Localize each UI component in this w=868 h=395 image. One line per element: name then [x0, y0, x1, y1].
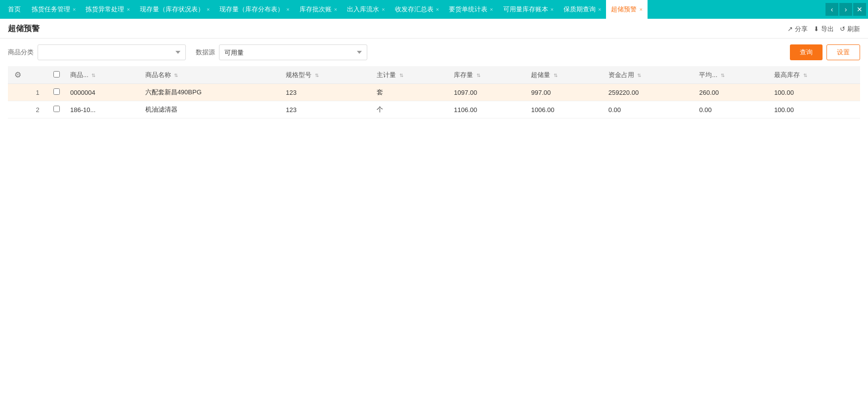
datasource-filter-select[interactable]: 可用量	[219, 44, 367, 60]
col-header-unit[interactable]: 主计量 ⇅	[372, 66, 449, 84]
table-row: 2 186-10... 机油滤清器 123 个 1106.00 1006.00 …	[8, 101, 860, 118]
nav-tab-close-6[interactable]: ×	[436, 6, 439, 12]
category-filter-select[interactable]	[38, 44, 186, 60]
row-spec-1: 123	[281, 101, 372, 118]
row-unit-0: 套	[372, 84, 449, 101]
row-overstock-0: 997.00	[526, 84, 603, 101]
nav-tab-close-4[interactable]: ×	[334, 6, 337, 12]
export-button[interactable]: ⬇ 导出	[814, 25, 834, 34]
row-capital-1: 0.00	[604, 101, 694, 118]
col-header-capital[interactable]: 资金占用 ⇅	[604, 66, 694, 84]
nav-tab-7[interactable]: 要货单统计表 ×	[444, 0, 498, 19]
nav-arrow-group: ‹ › ✕	[825, 3, 866, 16]
row-spec-0: 123	[281, 84, 372, 101]
sort-icon-overstock: ⇅	[554, 73, 558, 78]
nav-tab-8[interactable]: 可用量库存账本 ×	[498, 0, 559, 19]
row-select-checkbox-0[interactable]	[53, 88, 60, 95]
filter-actions: 查询 设置	[790, 44, 860, 60]
row-settings-1	[8, 101, 28, 118]
share-button[interactable]: ↗ 分享	[787, 25, 808, 34]
nav-tab-close-1[interactable]: ×	[127, 6, 130, 12]
category-filter-group: 商品分类	[8, 44, 186, 60]
nav-tab-close-7[interactable]: ×	[490, 6, 493, 12]
sort-icon-avg: ⇅	[721, 73, 725, 78]
col-header-spec[interactable]: 规格型号 ⇅	[281, 66, 372, 84]
sort-icon-stock: ⇅	[477, 73, 480, 78]
data-table: ⚙ 商品... ⇅ 商品名称 ⇅ 规格型号 ⇅	[8, 66, 860, 118]
row-stock-1: 1106.00	[449, 101, 526, 118]
nav-arrow-left[interactable]: ‹	[825, 3, 838, 16]
col-header-maxstock[interactable]: 最高库存 ⇅	[769, 66, 860, 84]
nav-arrow-close[interactable]: ✕	[853, 3, 866, 16]
col-header-no	[28, 66, 47, 84]
page-title: 超储预警	[8, 24, 40, 34]
sort-icon-capital: ⇅	[637, 73, 641, 78]
row-avg-1: 0.00	[694, 101, 769, 118]
row-no-1: 2	[28, 101, 47, 118]
row-name-1: 机油滤清器	[140, 101, 281, 118]
nav-home[interactable]: 首页	[2, 5, 27, 14]
nav-tab-close-2[interactable]: ×	[207, 6, 210, 12]
col-header-stock[interactable]: 库存量 ⇅	[449, 66, 526, 84]
row-avg-0: 260.00	[694, 84, 769, 101]
col-header-name[interactable]: 商品名称 ⇅	[140, 66, 281, 84]
row-name-0: 六配套新昌490BPG	[140, 84, 281, 101]
row-checkbox-1[interactable]	[47, 101, 65, 118]
page-header: 超储预警 ↗ 分享 ⬇ 导出 ↺ 刷新	[0, 19, 868, 39]
row-unit-1: 个	[372, 101, 449, 118]
row-overstock-1: 1006.00	[526, 101, 603, 118]
query-button[interactable]: 查询	[790, 44, 823, 60]
row-maxstock-0: 100.00	[769, 84, 860, 101]
nav-tab-10[interactable]: 超储预警 ×	[606, 0, 647, 19]
sort-icon-name: ⇅	[174, 73, 178, 78]
row-code-1: 186-10...	[65, 101, 140, 118]
row-checkbox-0[interactable]	[47, 84, 65, 101]
col-header-overstock[interactable]: 超储量 ⇅	[526, 66, 603, 84]
nav-tab-4[interactable]: 库存批次账 ×	[295, 0, 342, 19]
row-capital-0: 259220.00	[604, 84, 694, 101]
row-maxstock-1: 100.00	[769, 101, 860, 118]
nav-arrow-right[interactable]: ›	[839, 3, 852, 16]
sort-icon-maxstock: ⇅	[803, 73, 807, 78]
data-table-wrapper: ⚙ 商品... ⇅ 商品名称 ⇅ 规格型号 ⇅	[0, 66, 868, 118]
category-filter-label: 商品分类	[8, 48, 34, 57]
sort-icon-unit: ⇅	[399, 73, 403, 78]
nav-tab-2[interactable]: 现存量（库存状况表） ×	[135, 0, 215, 19]
table-row: 1 0000004 六配套新昌490BPG 123 套 1097.00 997.…	[8, 84, 860, 101]
row-select-checkbox-1[interactable]	[53, 106, 60, 112]
nav-tab-0[interactable]: 拣货任务管理 ×	[27, 0, 81, 19]
share-icon: ↗	[787, 25, 793, 33]
sort-icon-spec: ⇅	[315, 73, 319, 78]
table-header-row: ⚙ 商品... ⇅ 商品名称 ⇅ 规格型号 ⇅	[8, 66, 860, 84]
nav-tab-3[interactable]: 现存量（库存分布表） ×	[215, 0, 294, 19]
nav-tab-close-10[interactable]: ×	[639, 6, 642, 12]
settings-gear-icon[interactable]: ⚙	[14, 71, 21, 79]
nav-tab-close-9[interactable]: ×	[598, 6, 601, 12]
refresh-icon: ↺	[840, 25, 845, 33]
top-navigation: 首页 拣货任务管理 × 拣货异常处理 × 现存量（库存状况表） × 现存量（库存…	[0, 0, 868, 19]
nav-tab-close-5[interactable]: ×	[382, 6, 385, 12]
settings-button[interactable]: 设置	[826, 44, 860, 60]
row-code-0: 0000004	[65, 84, 140, 101]
refresh-button[interactable]: ↺ 刷新	[840, 25, 860, 34]
col-header-checkbox[interactable]	[47, 66, 65, 84]
nav-tab-5[interactable]: 出入库流水 ×	[342, 0, 390, 19]
datasource-filter-group: 数据源 可用量	[196, 44, 367, 60]
nav-tab-close-0[interactable]: ×	[73, 6, 76, 12]
col-header-settings[interactable]: ⚙	[8, 66, 28, 84]
nav-tab-1[interactable]: 拣货异常处理 ×	[81, 0, 134, 19]
col-header-code[interactable]: 商品... ⇅	[65, 66, 140, 84]
row-stock-0: 1097.00	[449, 84, 526, 101]
export-icon: ⬇	[814, 25, 819, 33]
row-settings-0	[8, 84, 28, 101]
nav-tab-6[interactable]: 收发存汇总表 ×	[390, 0, 444, 19]
row-no-0: 1	[28, 84, 47, 101]
filter-bar: 商品分类 数据源 可用量 查询 设置	[0, 39, 868, 66]
select-all-checkbox[interactable]	[53, 71, 60, 78]
nav-tab-9[interactable]: 保质期查询 ×	[559, 0, 606, 19]
nav-tab-close-8[interactable]: ×	[551, 6, 554, 12]
nav-tab-close-3[interactable]: ×	[286, 6, 289, 12]
datasource-filter-label: 数据源	[196, 48, 215, 57]
col-header-avg[interactable]: 平均... ⇅	[694, 66, 769, 84]
sort-icon-code: ⇅	[91, 73, 95, 78]
